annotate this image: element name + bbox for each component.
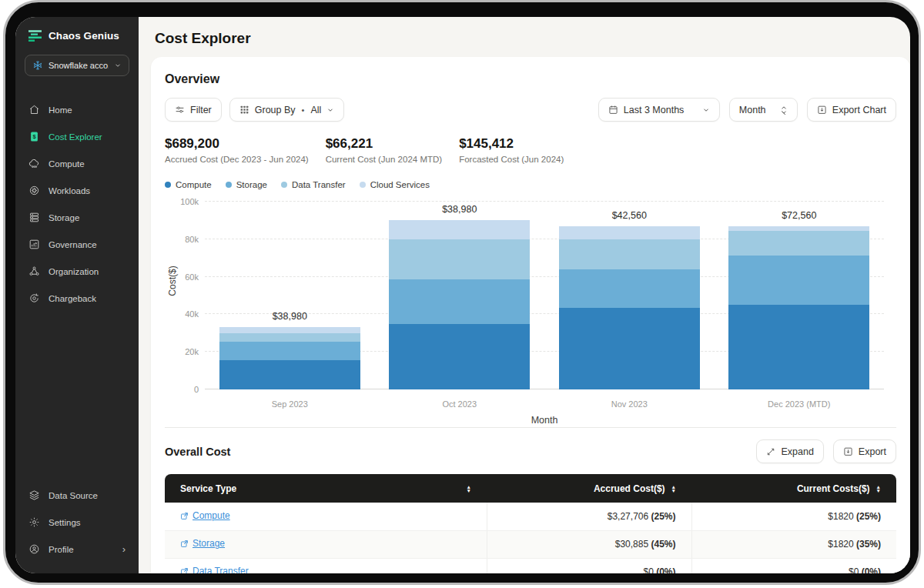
service-link-compute[interactable]: Compute [180,510,230,521]
current-cost-value: $1820 (35%) [691,530,896,558]
sidebar-footer-nav: Data Source Settings Profile › [25,482,129,563]
external-link-icon [180,512,189,520]
overall-cost-header: Overall Cost Expand Export [165,439,896,463]
column-header-service-type[interactable]: Service Type▲▼ [165,474,487,503]
expand-icon [766,447,775,456]
stat-current-cost: $66,221 Current Cost (Jun 2024 MTD) [326,136,442,164]
bar-segment-storage [728,256,869,306]
sidebar-item-home[interactable]: Home [25,96,129,123]
accrued-cost-value: $30,885 (45%) [487,530,691,558]
column-header-accrued-cost[interactable]: Accrued Cost($)▲▼ [487,474,691,503]
y-tick-label: 80k [168,235,199,244]
cost-explorer-card: Overview Filter Group By All [151,57,910,573]
chart-legend: ComputeStorageData TransferCloud Service… [165,180,896,189]
sidebar-item-storage[interactable]: Storage [25,204,129,231]
external-link-icon [180,540,189,548]
x-tick-label: Oct 2023 [375,399,545,409]
legend-item-compute[interactable]: Compute [165,180,212,189]
compute-cloud-icon [28,158,40,169]
y-tick-label: 40k [168,309,199,319]
stacked-bar-nov-2023: $42,560 [559,226,700,389]
bar-value-label: $38,980 [442,204,477,215]
bar-value-label: $72,560 [782,210,816,221]
stats-row: $689,200 Accrued Cost (Dec 2023 - Jun 20… [165,136,896,164]
filter-button[interactable]: Filter [165,98,222,122]
sidebar-item-governance[interactable]: Governance [25,231,129,258]
sidebar-nav: Home $ Cost Explorer Compute Workloads S… [25,96,129,312]
overall-cost-title: Overall Cost [165,446,230,458]
bar-segment-storage [219,342,360,360]
legend-item-data-transfer[interactable]: Data Transfer [281,180,346,189]
workloads-gear-icon [28,185,40,196]
bar-segment-compute [389,324,530,389]
current-cost-value: $0 (0%) [691,558,896,573]
expand-button[interactable]: Expand [756,439,823,463]
sidebar: Chaos Genius Snowflake acco... Home $ Co… [15,17,139,573]
overview-controls: Filter Group By All Last 3 Months [165,98,896,122]
sort-icon[interactable]: ▲▼ [876,485,881,493]
section-divider [165,427,896,428]
group-by-value: All [310,105,321,115]
bar-segment-storage [559,269,700,308]
dot-separator [301,105,306,115]
y-tick-label: 0 [168,385,199,394]
account-selector-label: Snowflake acco... [49,61,109,70]
y-tick-label: 100k [168,197,199,206]
sidebar-item-organization[interactable]: Organization [25,258,129,285]
legend-item-storage[interactable]: Storage [226,180,267,189]
column-header-current-costs[interactable]: Current Costs($)▲▼ [691,474,896,503]
export-chart-button[interactable]: Export Chart [807,98,896,122]
sidebar-item-chargeback[interactable]: Chargeback [25,285,129,312]
x-axis-labels: Sep 2023Oct 2023Nov 2023Dec 2023 (MTD) [205,399,884,409]
governance-chart-icon [28,239,40,250]
sidebar-item-workloads[interactable]: Workloads [25,177,129,204]
device-frame: Chaos Genius Snowflake acco... Home $ Co… [3,0,921,585]
service-link-storage[interactable]: Storage [180,538,225,549]
bar-segment-cloud-services [389,220,530,239]
date-range-select[interactable]: Last 3 Months [598,98,720,122]
layers-icon [28,489,40,501]
brand-logo[interactable]: Chaos Genius [25,29,129,42]
chaos-genius-logo-icon [28,29,42,42]
snowflake-icon [32,60,43,71]
bar-segment-compute [728,305,869,389]
bar-segment-data-transfer [219,333,360,342]
legend-item-cloud-services[interactable]: Cloud Services [360,180,430,189]
overview-title: Overview [165,72,896,86]
cost-explorer-icon: $ [28,131,40,142]
legend-dot [165,182,171,188]
sidebar-item-settings[interactable]: Settings [25,509,129,536]
stacked-bar-oct-2023: $38,980 [389,220,530,389]
sidebar-item-data-source[interactable]: Data Source [25,482,129,509]
table-row: Storage$30,885 (45%)$1820 (35%) [165,530,896,558]
stacked-bar-dec-2023-mtd-: $72,560 [728,226,869,389]
current-cost-value: $1820 (25%) [691,503,896,530]
app-window: Chaos Genius Snowflake acco... Home $ Co… [15,17,910,573]
bar-segment-data-transfer [389,239,530,279]
overall-cost-table: Service Type▲▼ Accrued Cost($)▲▼ Current… [165,474,896,573]
main-content: Cost Explorer Overview Filter Group By A… [139,17,910,573]
page-title: Cost Explorer [155,30,910,47]
sidebar-item-compute[interactable]: Compute [25,150,129,177]
y-tick-label: 60k [168,272,199,282]
service-link-data-transfer[interactable]: Data Transfer [180,566,249,573]
y-tick-label: 20k [168,347,199,356]
chevron-down-icon [702,106,710,114]
export-button[interactable]: Export [833,439,896,463]
sidebar-item-profile[interactable]: Profile › [25,536,129,563]
x-tick-label: Dec 2023 (MTD) [715,399,885,409]
sort-icon[interactable]: ▲▼ [671,485,676,493]
brand-name: Chaos Genius [49,30,119,42]
group-by-button[interactable]: Group By All [229,98,345,122]
granularity-select[interactable]: Month [729,98,798,122]
chart-plot: 020k40k60k80k100k$38,980$38,980$42,560$7… [205,202,884,389]
stat-accrued-cost: $689,200 Accrued Cost (Dec 2023 - Jun 20… [165,136,309,164]
account-selector[interactable]: Snowflake acco... [25,55,129,76]
filter-sliders-icon [175,105,185,115]
sort-icon[interactable]: ▲▼ [467,485,471,493]
calendar-icon [608,105,618,115]
legend-dot [226,182,232,188]
chargeback-cycle-icon [28,292,40,304]
sidebar-item-cost-explorer[interactable]: $ Cost Explorer [25,123,129,150]
grid-icon [239,105,249,115]
